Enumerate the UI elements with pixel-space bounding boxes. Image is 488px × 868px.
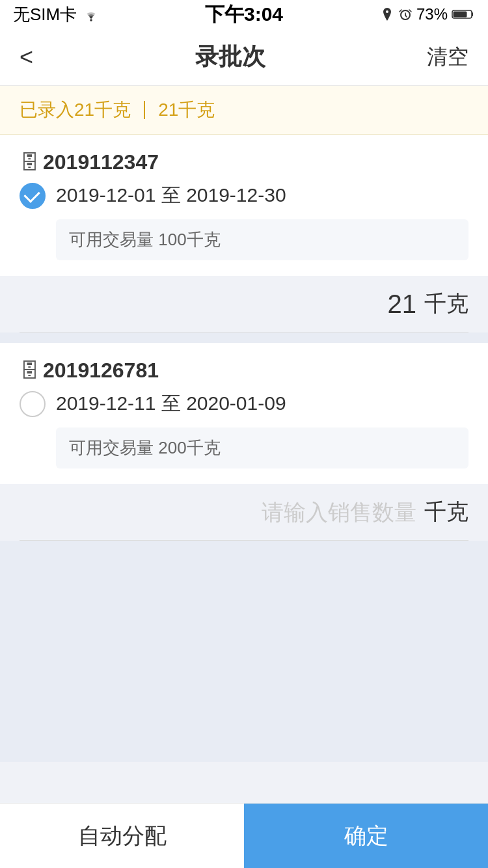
bottom-area xyxy=(0,541,488,762)
batch-2-id: 2019126781 xyxy=(43,359,159,383)
recorded-label: 已录入21千克 xyxy=(20,98,131,122)
batch-item-1: 🗄 2019112347 2019-12-01 至 2019-12-30 可用交… xyxy=(0,135,488,276)
status-time: 下午3:04 xyxy=(205,1,283,28)
info-divider xyxy=(144,101,145,119)
batch-2-header: 🗄 2019126781 xyxy=(20,359,468,383)
svg-point-0 xyxy=(90,19,92,21)
auto-distribute-button[interactable]: 自动分配 xyxy=(0,804,244,868)
info-banner: 已录入21千克 21千克 xyxy=(0,86,488,135)
carrier-text: 无SIM卡 xyxy=(13,3,77,26)
batch-2-radio[interactable] xyxy=(20,391,46,417)
batch-2-icon: 🗄 xyxy=(20,360,39,382)
batch-1-date: 2019-12-01 至 2019-12-30 xyxy=(56,182,286,209)
footer: 自动分配 确定 xyxy=(0,803,488,868)
alarm-icon xyxy=(398,7,413,21)
clear-button[interactable]: 清空 xyxy=(427,43,468,72)
batch-1-amount-unit: 千克 xyxy=(424,289,468,319)
batch-2-amount-row: 千克 xyxy=(0,484,488,540)
status-right: 73% xyxy=(380,5,475,23)
batch-2-amount-unit: 千克 xyxy=(424,497,468,527)
section-separator xyxy=(0,332,488,343)
location-icon xyxy=(380,7,394,21)
back-button[interactable]: < xyxy=(20,44,33,71)
nav-bar: < 录批次 清空 xyxy=(0,29,488,86)
batch-1-id: 2019112347 xyxy=(43,150,159,174)
batch-1-icon: 🗄 xyxy=(20,152,39,174)
batch-2-avail: 可用交易量 200千克 xyxy=(56,427,468,468)
batch-2-date: 2019-12-11 至 2020-01-09 xyxy=(56,390,286,417)
confirm-button[interactable]: 确定 xyxy=(244,804,488,868)
batch-1-radio[interactable] xyxy=(20,183,46,209)
battery-text: 73% xyxy=(416,5,448,23)
page-title: 录批次 xyxy=(195,41,265,73)
recorded-amount: 21千克 xyxy=(158,98,215,122)
batch-1-date-row: 2019-12-01 至 2019-12-30 xyxy=(20,182,468,209)
content: 已录入21千克 21千克 🗄 2019112347 2019-12-01 至 2… xyxy=(0,86,488,827)
batch-2-date-row: 2019-12-11 至 2020-01-09 xyxy=(20,390,468,417)
batch-1-amount-value: 21 xyxy=(388,290,417,319)
batch-1-amount-row: 21 千克 xyxy=(0,276,488,332)
batch-item-2: 🗄 2019126781 2019-12-11 至 2020-01-09 可用交… xyxy=(0,343,488,484)
svg-rect-3 xyxy=(454,12,467,18)
status-left: 无SIM卡 xyxy=(13,3,100,26)
wifi-icon xyxy=(82,7,100,21)
batch-2-amount-input[interactable] xyxy=(234,500,416,525)
battery-icon xyxy=(452,8,475,20)
batch-1-header: 🗄 2019112347 xyxy=(20,150,468,174)
batch-1-avail: 可用交易量 100千克 xyxy=(56,219,468,260)
status-bar: 无SIM卡 下午3:04 73% xyxy=(0,0,488,29)
